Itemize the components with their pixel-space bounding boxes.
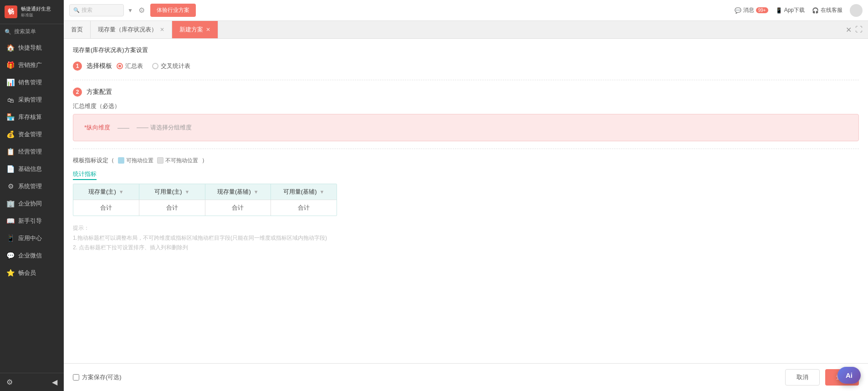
content-footer: 方案保存(可选) 取消 查询 <box>64 363 868 391</box>
sidebar-item-purchase[interactable]: 🛍 采购管理 <box>0 91 64 108</box>
sidebar-item-inventory[interactable]: 🏪 库存核算 <box>0 108 64 126</box>
search-label: 搜索菜单 <box>14 28 36 36</box>
sidebar-collapse-icon[interactable]: ◀ <box>52 378 57 386</box>
sidebar-footer: ⚙ ◀ <box>0 373 64 391</box>
topbar-gear-icon[interactable]: ⚙ <box>138 6 145 15</box>
sidebar-item-quick-nav[interactable]: 🏠 快捷导航 <box>0 39 64 57</box>
tab-inventory-status[interactable]: 现存量（库存状况表） ✕ <box>91 21 172 38</box>
app-name: 畅捷通好生意 <box>21 5 51 12</box>
sidebar-item-newbie[interactable]: 📖 新手引导 <box>0 212 64 230</box>
sidebar-item-enterprise[interactable]: 🏢 企业协同 <box>0 195 64 212</box>
sidebar-item-label: 畅会员 <box>18 269 36 277</box>
sidebar-item-sales[interactable]: 📊 销售管理 <box>0 74 64 91</box>
sidebar-search[interactable]: 🔍 搜索菜单 <box>0 24 64 39</box>
topbar-search-box[interactable]: 🔍 搜索 <box>69 4 124 16</box>
app-logo: 畅 畅捷通好生意 标准版 <box>0 0 64 24</box>
legend-draggable: 可拖动位置 <box>118 157 153 165</box>
topbar-app-download[interactable]: 📱 App下载 <box>776 6 805 14</box>
sidebar-item-wechat[interactable]: 💬 企业微信 <box>0 247 64 264</box>
dimension-label: *纵向维度 —— —— 请选择分组维度 <box>84 123 848 132</box>
step2-title: 方案配置 <box>87 88 112 96</box>
phone-icon: 📱 <box>776 7 782 14</box>
step1-title: 选择模板 <box>87 62 112 70</box>
sidebar-item-label: 经营管理 <box>18 148 42 156</box>
divider-2 <box>73 149 859 149</box>
indicator-close-paren: ） <box>202 156 208 165</box>
col2-dropdown-icon[interactable]: ▼ <box>185 189 190 195</box>
sidebar-item-label: 应用中心 <box>18 234 42 242</box>
tab-new-scheme[interactable]: 新建方案 ✕ <box>172 21 218 38</box>
stats-title: 统计指标 <box>73 170 97 180</box>
col3-dropdown-icon[interactable]: ▼ <box>254 189 259 195</box>
stats-col2-header[interactable]: 可用量(主) ▼ <box>139 184 205 200</box>
non-draggable-label: 不可拖动位置 <box>165 157 198 165</box>
window-expand-icon[interactable]: ⛶ <box>855 26 863 34</box>
required-star: *纵向维度 <box>84 123 110 132</box>
window-minimize-icon[interactable]: ✕ <box>846 26 852 34</box>
topbar-dropdown-icon[interactable]: ▼ <box>128 7 133 14</box>
stats-col3-body: 合计 <box>205 200 271 216</box>
sidebar-item-label: 销售管理 <box>18 78 42 87</box>
stats-col1-header[interactable]: 现存量(主) ▼ <box>73 184 139 200</box>
cancel-button[interactable]: 取消 <box>785 369 820 386</box>
radio-cross-dot <box>152 63 158 69</box>
stats-col3-header[interactable]: 现存量(基辅) ▼ <box>205 184 271 200</box>
radio-summary-label: 汇总表 <box>125 62 143 70</box>
indicator-label: 模板指标设定（ 可拖动位置 不可拖动位置 ） <box>73 156 859 165</box>
sidebar-item-marketing[interactable]: 🎁 营销推广 <box>0 57 64 74</box>
section1-header: 1 选择模板 汇总表 交叉统计表 <box>73 62 859 71</box>
content-inner: 现存量(库存状况表)方案设置 1 选择模板 汇总表 交叉统计表 <box>64 39 868 298</box>
step2-badge: 2 <box>73 87 82 97</box>
dimension-dash: —— <box>117 124 129 131</box>
divider-1 <box>73 80 859 80</box>
headset-icon: 🎧 <box>812 7 819 14</box>
sidebar-item-app-center[interactable]: 📱 应用中心 <box>0 230 64 247</box>
sidebar-item-finance[interactable]: 💰 资金管理 <box>0 126 64 143</box>
dimension-area[interactable]: *纵向维度 —— —— 请选择分组维度 <box>73 114 859 141</box>
save-option[interactable]: 方案保存(可选) <box>73 373 122 381</box>
search-icon: 🔍 <box>73 7 80 13</box>
sidebar-item-label: 企业协同 <box>18 200 42 208</box>
tab-inventory-close[interactable]: ✕ <box>160 26 164 33</box>
user-avatar[interactable] <box>850 4 863 17</box>
sidebar-item-basic-info[interactable]: 📄 基础信息 <box>0 160 64 178</box>
radio-cross[interactable]: 交叉统计表 <box>152 62 190 70</box>
doc-icon: 📄 <box>6 165 15 173</box>
topbar: 🔍 搜索 ▼ ⚙ 体验行业方案 💬 消息 99+ 📱 App下载 🎧 在线客服 <box>64 0 868 21</box>
indicator-settings-text: 模板指标设定（ <box>73 156 114 165</box>
col4-dropdown-icon[interactable]: ▼ <box>320 189 325 195</box>
sidebar: 畅 畅捷通好生意 标准版 🔍 搜索菜单 🏠 快捷导航 🎁 营销推广 📊 销售管理… <box>0 0 64 391</box>
ai-label: Ai <box>846 371 853 379</box>
draggable-box <box>118 157 124 164</box>
logo-icon: 畅 <box>5 5 17 18</box>
book-icon: 📖 <box>6 217 15 225</box>
sidebar-settings-icon[interactable]: ⚙ <box>6 378 13 386</box>
topbar-service[interactable]: 🎧 在线客服 <box>812 6 842 14</box>
hint-area: 提示： 1.拖动标题栏可以调整布局，不可跨维度或指标区域拖动栏目字段(只能在同一… <box>73 223 859 253</box>
sidebar-item-system[interactable]: ⚙ 系统管理 <box>0 178 64 195</box>
sidebar-item-label: 基础信息 <box>18 165 42 173</box>
radio-summary[interactable]: 汇总表 <box>117 62 143 70</box>
stats-section: 统计指标 现存量(主) ▼ 可用量(主) ▼ <box>73 170 859 216</box>
stats-col4-header[interactable]: 可用量(基辅) ▼ <box>271 184 337 200</box>
tab-new-close[interactable]: ✕ <box>206 26 210 33</box>
sidebar-item-member[interactable]: ⭐ 畅会员 <box>0 264 64 282</box>
sidebar-item-label: 企业微信 <box>18 252 42 260</box>
tab-home[interactable]: 首页 <box>64 21 91 38</box>
draggable-label: 可拖动位置 <box>126 157 153 165</box>
building-icon: 🏢 <box>6 200 15 208</box>
star-icon: ⭐ <box>6 269 15 277</box>
col1-dropdown-icon[interactable]: ▼ <box>119 189 124 195</box>
sidebar-item-business[interactable]: 📋 经营管理 <box>0 143 64 160</box>
topbar-messages[interactable]: 💬 消息 99+ <box>735 6 768 14</box>
phone-icon: 📱 <box>6 234 15 242</box>
save-checkbox[interactable] <box>73 374 79 381</box>
gift-icon: 🎁 <box>6 61 15 69</box>
sidebar-item-label: 库存核算 <box>18 113 42 121</box>
experience-btn[interactable]: 体验行业方案 <box>150 4 196 17</box>
non-draggable-box <box>157 157 163 164</box>
ai-bubble[interactable]: Ai <box>837 367 861 384</box>
chart-icon: 📊 <box>6 78 15 87</box>
tab-new-label: 新建方案 <box>179 26 203 34</box>
content-area: 现存量(库存状况表)方案设置 1 选择模板 汇总表 交叉统计表 <box>64 39 868 391</box>
